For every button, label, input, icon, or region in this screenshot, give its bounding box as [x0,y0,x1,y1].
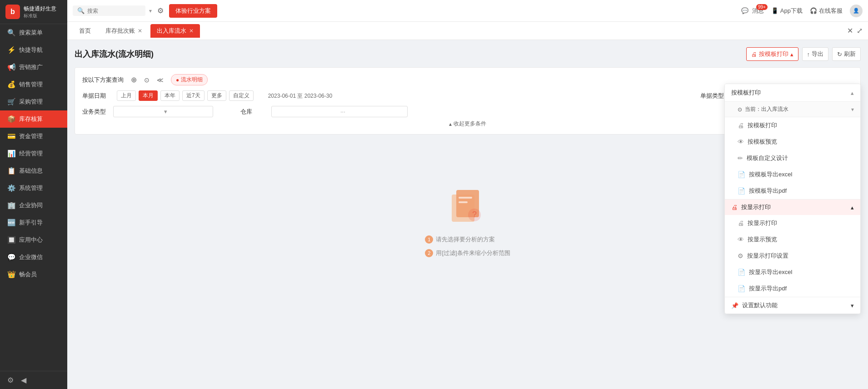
dropdown-item-template-print-label: 按模板打印 [748,121,777,130]
sidebar-item-finance[interactable]: 💳资金管理 [0,128,67,145]
date-options: 上月 本月 本年 近7天 更多 自定义 [117,90,254,101]
filter-tag-dot: ● [176,77,179,83]
dropdown-item-template-pdf[interactable]: 📄 按模板导出pdf [725,183,860,199]
message-button[interactable]: 💬 99+ 消息 [741,7,764,15]
print-template-button[interactable]: 🖨 按模板打印 ▴ [746,47,798,61]
refresh-icon: ↻ [837,51,842,58]
sidebar-item-guide[interactable]: 🆕新手引导 [0,214,67,231]
dropdown-item-display-excel[interactable]: 📄 按显示导出excel [725,264,860,280]
search-icon: 🔍 [77,7,85,14]
dropdown-up-icon[interactable]: ▴ [851,90,854,96]
excel-template-icon: 📄 [738,171,745,178]
message-icon: 💬 [741,7,748,14]
sidebar-item-label: 资金管理 [19,132,43,140]
refresh-button[interactable]: ↻ 刷新 [832,47,861,61]
sidebar-bottom: ⚙ ◀ [0,371,67,389]
sidebar-item-marketing[interactable]: 📢营销推广 [0,59,67,76]
tab-batch-account[interactable]: 库存批次账 ✕ [99,24,149,38]
sidebar: b 畅捷通好生意 标准版 🔍搜索菜单⚡快捷导航📢营销推广💰销售管理🛒采购管理📦库… [0,0,67,389]
sidebar-item-label: 采购管理 [19,98,43,106]
tab-batch-account-label: 库存批次账 [105,27,135,35]
business-type-field: 业务类型 ▾ [82,106,213,117]
sidebar-item-basic-info[interactable]: 📋基础信息 [0,162,67,180]
sidebar-item-label: 企业协同 [19,201,43,209]
dropdown-current-icon: ⊙ [738,106,742,113]
dropdown-current-label: 当前：出入库流水 [745,105,851,113]
sidebar-item-label: 库存核算 [19,115,43,123]
export-button[interactable]: ↑ 导出 [802,47,829,61]
warehouse-input[interactable]: ··· [271,106,408,117]
print-icon: 🖨 [751,51,757,58]
collapse-icon[interactable]: ◀ [21,376,26,384]
filter-add-icon[interactable]: ⊕ [131,75,137,84]
sidebar-item-quick-nav[interactable]: ⚡快捷导航 [0,41,67,59]
tab-home[interactable]: 首页 [73,24,97,38]
sidebar-item-app-center[interactable]: 🔲应用中心 [0,231,67,249]
sidebar-item-label: 营销推广 [19,63,43,71]
customer-service-button[interactable]: 🎧 在线客服 [810,7,843,15]
footer-chevron-icon: ▾ [851,302,854,309]
sidebar-item-enterprise[interactable]: 🏢企业协同 [0,197,67,214]
sidebar-item-label: 经营管理 [19,150,43,158]
dropdown-item-template-preview[interactable]: 👁 按模板预览 [725,134,860,150]
sidebar-item-search-menu[interactable]: 🔍搜索菜单 [0,24,67,41]
dropdown-current-item: ⊙ 当前：出入库流水 ▾ [725,102,860,117]
industry-solution-button[interactable]: 体验行业方案 [169,4,217,18]
dropdown-item-display-preview[interactable]: 👁 按显示预览 [725,231,860,248]
sidebar-item-enterprise-wechat[interactable]: 💬企业微信 [0,249,67,266]
business-type-label: 业务类型 [82,108,110,116]
tab-close-all-icon[interactable]: ✕ [847,26,853,35]
svg-rect-3 [459,201,468,203]
dropdown-item-display-pdf[interactable]: 📄 按显示导出pdf [725,280,860,297]
business-type-input[interactable]: ▾ [113,106,213,117]
dropdown-item-display-print[interactable]: 🖨 按显示打印 [725,215,860,231]
dropdown-section-up-icon[interactable]: ▴ [851,204,854,211]
warehouse-more-icon[interactable]: ··· [340,108,403,115]
date-range-text: 2023-06-01 至 2023-06-30 [268,92,684,100]
dropdown-title: 按模板打印 [731,89,761,97]
app-download-button[interactable]: 📱 App下载 [771,7,803,15]
date-opt-more[interactable]: 更多 [207,90,226,101]
sidebar-item-inventory[interactable]: 📦库存核算 [0,110,67,128]
empty-tip-2: 2 用[过滤]条件来缩小分析范围 [425,247,510,259]
filter-settings-icon[interactable]: ⊙ [144,76,150,84]
membership-icon: 👑 [7,270,15,279]
dropdown-item-display-settings[interactable]: ⚙ 按显示打印设置 [725,248,860,264]
sidebar-item-system[interactable]: ⚙️系统管理 [0,180,67,197]
date-opt-7days[interactable]: 近7天 [182,90,205,101]
tab-flow[interactable]: 出入库流水 ✕ [150,24,200,38]
search-chevron-icon[interactable]: ▾ [149,8,152,14]
basic-info-icon: 📋 [7,167,15,175]
user-avatar[interactable]: 👤 [850,5,863,17]
empty-tip-1: 1 请先选择要分析的方案 [425,234,510,245]
search-input[interactable] [87,8,141,14]
settings-icon[interactable]: ⚙ [7,376,14,384]
date-opt-this-month[interactable]: 本月 [139,90,158,101]
tab-flow-close-icon[interactable]: ✕ [189,28,194,34]
date-opt-last-month[interactable]: 上月 [117,90,136,101]
dropdown-item-template-custom[interactable]: ✏ 模板自定义设计 [725,150,860,166]
filter-tag-liushui[interactable]: ● 流水明细 [171,74,208,85]
operations-icon: 📊 [7,150,15,158]
dropdown-item-template-print[interactable]: 🖨 按模板打印 [725,117,860,134]
topbar-search-box[interactable]: 🔍 [73,5,145,16]
date-opt-this-year[interactable]: 本年 [160,90,180,101]
doc-type-label: 单据类型 [700,92,728,100]
excel-display-icon: 📄 [738,269,745,276]
sidebar-item-purchase[interactable]: 🛒采购管理 [0,93,67,110]
dropdown-item-display-excel-label: 按显示导出excel [749,268,792,276]
sidebar-item-membership[interactable]: 👑畅会员 [0,266,67,283]
dropdown-item-template-preview-label: 按模板预览 [748,138,777,146]
dropdown-current-chevron[interactable]: ▾ [851,106,854,113]
date-opt-custom[interactable]: 自定义 [229,90,254,101]
sidebar-item-sales[interactable]: 💰销售管理 [0,76,67,93]
dropdown-section-display[interactable]: 🖨 按显示打印 ▴ [725,199,860,215]
dropdown-footer-settings[interactable]: 📌 设置默认功能 ▾ [725,297,860,314]
sidebar-item-operations[interactable]: 📊经营管理 [0,145,67,162]
tabbar-actions: ✕ ⤢ [847,26,863,35]
filter-collapse-icon[interactable]: ≪ [157,76,164,84]
tab-maximize-icon[interactable]: ⤢ [857,26,863,35]
topbar-gear-icon[interactable]: ⚙ [157,6,164,15]
dropdown-item-template-excel[interactable]: 📄 按模板导出excel [725,166,860,183]
tab-batch-account-close-icon[interactable]: ✕ [138,28,142,34]
